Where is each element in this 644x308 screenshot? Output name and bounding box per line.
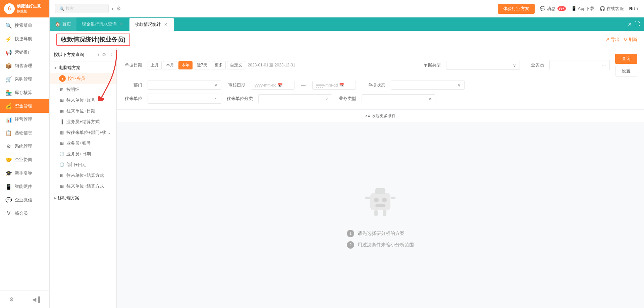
- scheme-item-counterparty-settlement2[interactable]: ▦ 往来单位+结算方式: [50, 181, 116, 192]
- sidebar-item-newbie[interactable]: 🎓 新手引导: [0, 166, 49, 180]
- app-edition: 标准版: [17, 9, 41, 14]
- topbar-search-box[interactable]: 🔍 搜索: [55, 4, 109, 13]
- last-month-btn[interactable]: 上月: [148, 61, 162, 69]
- collapse-bar[interactable]: ∧∧ 收起更多条件: [117, 109, 644, 122]
- tab-bank-flow-close[interactable]: ✕: [119, 21, 124, 27]
- refresh-button[interactable]: ↻ 刷新: [624, 37, 637, 43]
- online-service-button[interactable]: 🎧 在线客服: [600, 6, 624, 12]
- main-content: 🔍 搜索 ▾ ⚙ 体验行业方案 💬 消息 99+ 📱 App下载 🎧: [50, 0, 644, 308]
- tab-home[interactable]: 🏠 首页: [50, 17, 76, 31]
- search-menu-icon: 🔍: [5, 22, 12, 29]
- sidebar-item-membership[interactable]: V 畅会员: [0, 207, 49, 220]
- scheme-item-counterparty-settlement1[interactable]: ⊞ 往来单位+结算方式: [50, 170, 116, 181]
- sidebar-item-enterprise-coop[interactable]: 🤝 企业协同: [0, 153, 49, 166]
- add-scheme-btn[interactable]: +: [97, 52, 100, 58]
- custom-date-btn[interactable]: 自定义: [227, 61, 245, 69]
- query-button[interactable]: 查询: [615, 54, 637, 64]
- tab-collection-stats-close[interactable]: ✕: [163, 22, 168, 27]
- messages-button[interactable]: 💬 消息 99+: [540, 6, 566, 12]
- trial-plan-button[interactable]: 体验行业方案: [498, 4, 535, 14]
- voucher-type-select[interactable]: ∨: [446, 61, 520, 70]
- scheme-item-by-salesperson[interactable]: ● 按业务员: [50, 73, 116, 84]
- topbar-dropdown-icon[interactable]: ▾: [111, 6, 114, 11]
- calendar-icon-from: 📅: [278, 83, 283, 88]
- voucher-type-label: 单据类型: [422, 62, 441, 68]
- sidebar-collapse-btn[interactable]: ◀▐: [30, 294, 43, 305]
- scheme-item-by-detail[interactable]: ⊞ 按明细: [50, 84, 116, 95]
- sidebar-item-marketing[interactable]: 📢 营销推广: [0, 46, 49, 59]
- scheme-item-salesperson-settlement[interactable]: ▐ 业务员+结算方式: [50, 116, 116, 127]
- business-type-select[interactable]: ∨: [362, 94, 435, 103]
- counterparty-more-btn[interactable]: ···: [213, 96, 218, 102]
- sidebar-item-system[interactable]: ⚙ 系统管理: [0, 140, 49, 153]
- svg-rect-6: [391, 197, 395, 199]
- logo-icon: 6: [4, 3, 15, 14]
- enterprise-coop-icon: 🤝: [5, 156, 12, 163]
- salesperson-select[interactable]: ···: [549, 60, 610, 70]
- counterparty-category-select[interactable]: ∨: [258, 94, 332, 103]
- inventory-icon: 🏪: [5, 89, 12, 96]
- dept-select[interactable]: ∨: [148, 81, 221, 90]
- this-year-btn[interactable]: 本年: [178, 61, 193, 69]
- dept-label: 部门: [123, 82, 142, 88]
- system-icon: ⚙: [5, 143, 12, 150]
- export-button[interactable]: ↗ 导出: [606, 37, 620, 43]
- svg-rect-1: [375, 188, 385, 194]
- counterparty-select[interactable]: ···: [148, 94, 221, 104]
- svg-rect-5: [365, 197, 370, 199]
- voucher-status-select[interactable]: ∨: [391, 81, 465, 90]
- date-filter-control: 上月 本月 本年 近7天 更多 自定义 2023-01-01 至 2023-12…: [148, 61, 417, 69]
- collapse-left-panel-btn[interactable]: 《: [108, 52, 112, 58]
- user-avatar[interactable]: Rit ▾: [629, 6, 639, 11]
- home-icon: 🏠: [55, 22, 60, 27]
- counterparty-category-label: 往来单位分类: [227, 96, 253, 102]
- active-scheme-dot: ●: [59, 75, 66, 82]
- salesperson-more-btn[interactable]: ···: [602, 62, 606, 68]
- desktop-scheme-arrow: ▼: [54, 66, 57, 70]
- more-date-btn[interactable]: 更多: [212, 61, 226, 69]
- sidebar-settings-btn[interactable]: ⚙: [6, 294, 16, 305]
- sidebar-item-inventory[interactable]: 🏪 库存核算: [0, 86, 49, 99]
- desktop-scheme-category[interactable]: ▼ 电脑端方案: [50, 63, 116, 73]
- date-filter-label: 单据日期: [123, 62, 142, 68]
- this-month-btn[interactable]: 本月: [163, 61, 177, 69]
- salesperson-settlement-icon: ▐: [59, 119, 64, 124]
- tab-bank-flow[interactable]: 现金银行流水查询 ✕: [76, 17, 129, 31]
- last-7-days-btn[interactable]: 近7天: [194, 61, 210, 69]
- sidebar-item-quick-nav[interactable]: ⚡ 快捷导航: [0, 32, 49, 46]
- scheme-item-counterparty-dept[interactable]: ▦ 按往来单位+部门+收...: [50, 127, 116, 138]
- app-logo: 6 畅捷通好生意 标准版: [0, 0, 49, 17]
- sidebar-item-purchase[interactable]: 🛒 采购管理: [0, 72, 49, 86]
- sidebar-item-smart-hardware[interactable]: 📱 智能硬件: [0, 180, 49, 193]
- audit-date-from-input[interactable]: yyyy-mm-dd 📅: [251, 81, 294, 90]
- audit-date-to-input[interactable]: yyyy-mm-dd 📅: [312, 81, 356, 90]
- by-detail-icon: ⊞: [59, 87, 64, 92]
- scheme-item-salesperson-date[interactable]: 🕐 业务员+日期: [50, 149, 116, 159]
- scheme-settings-btn[interactable]: ⚙: [102, 52, 106, 58]
- filter-settings-button[interactable]: 设置: [615, 66, 637, 76]
- dept-date-icon: 🕐: [59, 162, 64, 167]
- sidebar-item-search-menu[interactable]: 🔍 搜索菜单: [0, 19, 49, 32]
- sidebar-item-sales[interactable]: 📦 销售管理: [0, 59, 49, 72]
- filter-area: 单据日期 上月 本月 本年 近7天 更多 自定义 2023-01-01 至 20…: [117, 48, 644, 109]
- mobile-scheme-category[interactable]: ▶ 移动端方案: [50, 193, 116, 203]
- scheme-item-salesperson-account[interactable]: ▦ 业务员+账号: [50, 138, 116, 149]
- sidebar-item-finance[interactable]: 💰 资金管理: [0, 99, 49, 113]
- sidebar-item-operations[interactable]: 📊 经营管理: [0, 113, 49, 126]
- step1-label: 请先选择要分析的方案: [358, 230, 405, 237]
- left-panel-title: 按以下方案查询: [54, 52, 84, 58]
- topbar-settings-icon[interactable]: ⚙: [116, 5, 121, 12]
- topbar-actions: 体验行业方案 💬 消息 99+ 📱 App下载 🎧 在线客服 Rit ▾: [498, 4, 639, 14]
- app-download-button[interactable]: 📱 App下载: [571, 6, 594, 12]
- tabbar-right-actions: ✕ ⛶: [628, 21, 644, 28]
- scheme-item-dept-date[interactable]: 🕐 部门+日期: [50, 159, 116, 170]
- scheme-item-counterparty-date[interactable]: ▦ 往来单位+日期: [50, 106, 116, 116]
- sidebar-item-basic-info[interactable]: 📋 基础信息: [0, 126, 49, 140]
- scheme-item-counterparty-account[interactable]: ▦ 往来单位+账号: [50, 95, 116, 106]
- tab-close-all-btn[interactable]: ✕: [628, 21, 632, 28]
- empty-step-2: 2 用过滤条件来缩小分析范围: [347, 241, 414, 249]
- operations-icon: 📊: [5, 116, 12, 123]
- sidebar-item-wechat[interactable]: 💬 企业微信: [0, 193, 49, 207]
- tab-collection-stats[interactable]: 收款情况统计 ✕: [129, 18, 174, 31]
- tab-expand-btn[interactable]: ⛶: [635, 21, 640, 27]
